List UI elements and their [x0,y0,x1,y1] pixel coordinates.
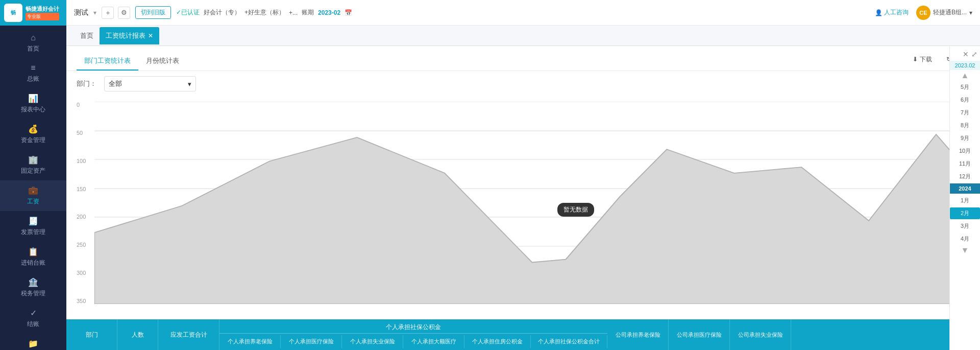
download-button[interactable]: ⬇ 下载 [909,53,936,66]
scroll-up-arrow[interactable]: ▲ [950,71,980,80]
th-company-pension: 公司承担养老保险 [607,319,669,350]
month-item-3[interactable]: 3月 [950,220,980,232]
th-group-social: 个人承担社保公积金 个人承担养老保险 个人承担医疗保险 个人承担失业保险 个人承… [219,321,607,348]
calendar-icon[interactable]: 📅 [345,9,352,16]
sidebar-item-ledger[interactable]: ≡ 总账 [0,58,66,88]
th-company-medical: 公司承担医疗保险 [669,319,730,350]
th-company-unemployment: 公司承担失业保险 [730,319,791,350]
sidebar-item-salary[interactable]: 💼 工资 [0,180,66,211]
user-dropdown-arrow: ▾ [969,9,972,16]
sidebar-item-label: 进销台账 [21,259,45,267]
logo-title: 畅捷通好会计 [26,5,59,13]
sidebar-item-label: 固定资产 [21,167,45,175]
username: 轻捷通B组... [933,8,967,17]
sidebar-nav: ⌂ 首页 ≡ 总账 📊 报表中心 💰 资金管理 🏢 固定资产 💼 工资 🧾 发票… [0,26,66,350]
month-item-6[interactable]: 6月 [950,94,980,106]
sidebar-item-label: 首页 [27,44,39,53]
svg-marker-8 [94,134,970,304]
sidebar-logo: 畅 畅捷通好会计 专业版 [0,0,66,26]
month-item-8[interactable]: 8月 [950,120,980,131]
subtab-month[interactable]: 月份统计表 [138,52,187,71]
month-item-4[interactable]: 4月 [950,233,980,245]
month-item-2-active[interactable]: 2月 [950,207,980,219]
th-personal-medical: 个人承担医疗保险 [281,335,342,348]
month-item-5[interactable]: 5月 [950,81,980,93]
home-icon: ⌂ [31,33,36,42]
year-2024-label: 2024 [950,183,980,194]
switch-version-button[interactable]: 切到旧版 [135,6,171,19]
sidebar-item-archive[interactable]: 📁 归档管理 [0,334,66,350]
sidebar-item-invoice[interactable]: 🧾 发票管理 [0,211,66,242]
settings-button[interactable]: ⚙ [118,7,130,19]
subtabs: 部门工资统计表 月份统计表 ⬇ 下载 ↻ 刷新 [66,46,980,71]
user-menu[interactable]: CE 轻捷通B组... ▾ [916,6,972,20]
month-item-10[interactable]: 10月 [950,145,980,157]
sidebar-item-assets[interactable]: 🏢 固定资产 [0,150,66,180]
month-item-12[interactable]: 12月 [950,171,980,182]
more-status: +... [289,9,298,16]
chart-svg [94,102,970,304]
help-icon: 👤 [875,9,883,16]
help-button[interactable]: 👤 人工咨询 [875,8,909,17]
month-item-11[interactable]: 11月 [950,158,980,170]
account-type: 好会计（专） [204,8,240,17]
download-icon: ⬇ [913,56,918,63]
expand-panel-icon[interactable]: ⤢ [971,50,977,58]
sidebar-item-sales[interactable]: 📋 进销台账 [0,242,66,272]
table-header: 部门 人数 应发工资合计 个人承担社保公积金 个人承担养老保险 个人承担医疗保险 [66,319,980,350]
certified-status: ✓已认证 [176,8,200,17]
chart-y-axis: 350 300 250 200 150 100 50 0 [77,102,86,304]
sidebar-item-tax[interactable]: 🏦 税务管理 [0,272,66,303]
sidebar-item-label: 税务管理 [21,289,45,298]
year-header[interactable]: 2023.02 [950,61,980,70]
reports-icon: 📊 [28,94,38,103]
business-type: +好生意（标） [244,8,285,17]
month-item-1[interactable]: 1月 [950,195,980,206]
checkout-icon: ✓ [30,308,37,318]
sidebar-item-reports[interactable]: 📊 报表中心 [0,88,66,119]
topbar-icons: ＋ ⚙ [102,7,130,19]
topbar-right: 👤 人工咨询 CE 轻捷通B组... ▾ [875,6,972,20]
ledger-icon: ≡ [31,63,35,73]
tab-home-label: 首页 [80,31,93,40]
sidebar-item-home[interactable]: ⌂ 首页 [0,28,66,58]
main-area: 测试 ▾ ＋ ⚙ 切到旧版 ✓已认证 好会计（专） +好生意（标） +... 账… [66,0,980,350]
sidebar-item-label: 结账 [27,320,39,329]
month-item-7[interactable]: 7月 [950,107,980,119]
salary-icon: 💼 [28,185,38,195]
topbar-title: 测试 [74,8,88,17]
period-label: 账期 [302,8,314,17]
scroll-down-arrow[interactable]: ▼ [950,246,980,255]
th-personal-pension: 个人承担养老保险 [219,335,281,348]
tax-icon: 🏦 [28,277,38,287]
th-personal-housing: 个人承担住房公积金 [464,335,531,348]
sidebar-item-funds[interactable]: 💰 资金管理 [0,119,66,150]
sidebar-item-label: 发票管理 [21,228,45,237]
right-panel: ✕ ⤢ 2023.02 ▲ 5月 6月 7月 8月 9月 10月 11月 12月… [949,46,980,350]
dept-filter-label: 部门： [77,79,96,88]
close-panel-icon[interactable]: ✕ [963,50,969,58]
th-personal-total: 个人承担社保公积金合计 [531,335,607,348]
avatar: CE [916,6,930,20]
sidebar-item-checkout[interactable]: ✓ 结账 [0,303,66,334]
sales-icon: 📋 [28,247,38,256]
th-personal-unemployment: 个人承担失业保险 [342,335,403,348]
add-button[interactable]: ＋ [102,7,114,19]
chart-tooltip: 暂无数据 [557,203,594,217]
month-item-9[interactable]: 9月 [950,132,980,144]
sidebar: 畅 畅捷通好会计 专业版 ⌂ 首页 ≡ 总账 📊 报表中心 💰 资金管理 🏢 固… [0,0,66,350]
tabbar: 首页 工资统计报表 ✕ [66,26,980,46]
select-arrow-icon: ▾ [188,80,191,88]
dept-select[interactable]: 全部 ▾ [104,76,196,91]
assets-icon: 🏢 [28,155,38,165]
logo-icon: 畅 [4,4,22,22]
invoice-icon: 🧾 [28,216,38,226]
subtab-dept[interactable]: 部门工资统计表 [77,52,138,71]
toolbar-row: 部门： 全部 ▾ [66,71,980,97]
tab-home[interactable]: 首页 [74,27,100,44]
panel-control-row: ✕ ⤢ [950,49,980,60]
tab-close-button[interactable]: ✕ [148,32,153,39]
th-personal-major-medical: 个人承担大额医疗 [403,335,464,348]
tab-salary-report[interactable]: 工资统计报表 ✕ [100,27,159,44]
topbar-dropdown-arrow[interactable]: ▾ [93,9,96,16]
